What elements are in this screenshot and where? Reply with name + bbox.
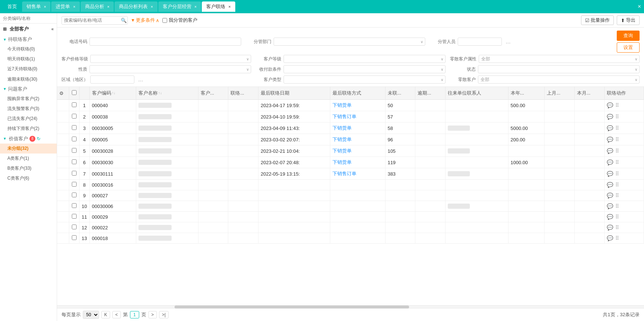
phone-action-icon[interactable]: 💬	[607, 114, 613, 120]
tab-sales[interactable]: 销售单 ×	[22, 1, 50, 12]
filter-status-select[interactable]	[478, 65, 640, 73]
horizontal-scrollbar[interactable]	[57, 305, 644, 308]
phone-action-icon[interactable]: 💬	[607, 159, 613, 165]
settings-icon[interactable]: ⚙	[59, 91, 64, 96]
sidebar-item-churn-warning[interactable]: 流失预警客户(3)	[0, 104, 57, 114]
phone-action-icon[interactable]: 💬	[607, 193, 613, 198]
more-action-icon[interactable]: ⠿	[615, 148, 619, 154]
more-action-icon[interactable]: ⠿	[615, 137, 619, 142]
sidebar-item-a-class[interactable]: A类客户(1)	[0, 154, 57, 163]
pending-group-header[interactable]: ▼ 待联络客户	[0, 35, 57, 44]
sidebar-item-declining[interactable]: 持续下滑客户(2)	[0, 124, 57, 134]
row-checkbox[interactable]	[72, 148, 77, 153]
more-action-icon[interactable]: ⠿	[615, 114, 619, 120]
filter-price-level-select[interactable]	[90, 55, 251, 63]
sidebar-item-ungroup[interactable]: 未分组(32)	[0, 144, 57, 154]
sidebar-item-b-class[interactable]: B类客户(33)	[0, 163, 57, 173]
more-conditions-button[interactable]: ▼ 更多条件 ∧	[131, 17, 159, 24]
value-group-header[interactable]: ▼ 价值客户 8 ↻	[0, 134, 57, 144]
scrollbar-thumb[interactable]	[175, 306, 409, 308]
tab-purchase-close[interactable]: ×	[73, 4, 75, 9]
sidebar-item-7day-pending[interactable]: 近7天待联络(0)	[0, 64, 57, 74]
phone-action-icon[interactable]: 💬	[607, 235, 613, 241]
code-sort[interactable]: 客户编码 ↑↓	[92, 90, 134, 96]
phone-action-icon[interactable]: 💬	[607, 214, 613, 220]
tab-sales-close[interactable]: ×	[44, 4, 46, 9]
sidebar-item-churned[interactable]: 已流失客户(24)	[0, 114, 57, 124]
more-action-icon[interactable]: ⠿	[615, 193, 619, 198]
row-checkbox[interactable]	[72, 203, 77, 208]
phone-action-icon[interactable]: 💬	[607, 125, 613, 131]
col-settings[interactable]: ⚙	[57, 87, 69, 100]
export-button[interactable]: ⬆ 导出	[617, 15, 640, 25]
last-method-link[interactable]: 下销售订单	[332, 114, 356, 119]
close-all-button[interactable]: ×	[638, 3, 641, 10]
tab-customer-tier-close[interactable]: ×	[194, 4, 197, 9]
page-size-select[interactable]: 50	[83, 311, 99, 319]
phone-action-icon[interactable]: 💬	[607, 171, 613, 177]
tab-customer-contact-close[interactable]: ×	[228, 4, 230, 9]
row-checkbox[interactable]	[72, 235, 77, 240]
tab-customer-contact[interactable]: 客户联络 ×	[202, 1, 235, 12]
row-checkbox[interactable]	[72, 114, 77, 119]
name-sort[interactable]: 客户名称 ↑↓	[138, 90, 196, 96]
filter-gender-select[interactable]	[89, 65, 251, 73]
row-checkbox[interactable]	[72, 171, 77, 176]
toolbar-search-input[interactable]	[64, 18, 119, 23]
select-all-checkbox[interactable]	[72, 90, 77, 95]
phone-action-icon[interactable]: 💬	[607, 148, 613, 154]
more-action-icon[interactable]: ⠿	[615, 182, 619, 188]
phone-action-icon[interactable]: 💬	[607, 137, 613, 142]
last-method-link[interactable]: 下销货单	[332, 125, 352, 131]
row-checkbox[interactable]	[72, 137, 77, 141]
filter-retail-customer-select[interactable]: 全部	[478, 75, 640, 84]
filter-dept-select[interactable]	[274, 38, 425, 46]
more-action-icon[interactable]: ⠿	[615, 225, 619, 230]
sidebar-item-today-pending[interactable]: 今天待联络(0)	[0, 44, 57, 54]
next-page-button[interactable]: >	[148, 311, 157, 318]
sidebar-collapse-icon[interactable]: «	[51, 27, 54, 32]
more-action-icon[interactable]: ⠿	[615, 125, 619, 131]
more-action-icon[interactable]: ⠿	[615, 102, 619, 108]
last-method-link[interactable]: 下销货单	[332, 137, 352, 142]
phone-action-icon[interactable]: 💬	[607, 225, 613, 230]
reset-button[interactable]: 设置	[617, 42, 640, 53]
toolbar-search-icon[interactable]: 🔍	[121, 18, 127, 23]
row-checkbox[interactable]	[72, 182, 77, 187]
filter-retail-attr-select[interactable]: 全部	[479, 55, 640, 63]
tab-customer-tier[interactable]: 客户分层经营 ×	[158, 1, 201, 12]
first-page-button[interactable]: K	[101, 311, 110, 318]
filter-phone-input[interactable]	[89, 38, 241, 46]
sidebar-item-c-class[interactable]: C类客户(6)	[0, 173, 57, 183]
query-button[interactable]: 查询	[617, 31, 640, 41]
phone-action-icon[interactable]: 💬	[607, 203, 613, 209]
sidebar-search-input[interactable]	[3, 16, 57, 21]
sidebar-item-overdue-pending[interactable]: 逾期未联络(30)	[0, 74, 57, 84]
tab-goods-list[interactable]: 商品分析列表 ×	[115, 1, 157, 12]
filter-staff-more-icon[interactable]: …	[504, 39, 512, 45]
row-checkbox[interactable]	[72, 159, 77, 164]
row-checkbox[interactable]	[72, 125, 77, 130]
last-page-button[interactable]: >|	[159, 311, 169, 318]
tab-home[interactable]: 首页	[3, 1, 21, 12]
tab-goods-analysis[interactable]: 商品分析 ×	[81, 1, 114, 12]
filter-region-input[interactable]	[90, 75, 134, 84]
phone-action-icon[interactable]: 💬	[607, 182, 613, 188]
more-action-icon[interactable]: ⠿	[615, 214, 619, 220]
tab-goods-list-close[interactable]: ×	[151, 4, 153, 9]
row-checkbox[interactable]	[72, 214, 77, 219]
filter-customer-level-select[interactable]	[284, 55, 445, 63]
more-action-icon[interactable]: ⠿	[615, 235, 619, 241]
more-action-icon[interactable]: ⠿	[615, 203, 619, 209]
row-checkbox[interactable]	[72, 225, 77, 229]
filter-customer-type-select[interactable]	[284, 75, 445, 84]
row-checkbox[interactable]	[72, 102, 77, 107]
problem-group-header[interactable]: ▼ 问题客户	[0, 84, 57, 94]
more-action-icon[interactable]: ⠿	[615, 171, 619, 177]
value-refresh-icon[interactable]: ↻	[37, 136, 41, 141]
last-method-link[interactable]: 下销货单	[332, 102, 352, 108]
all-customers-header[interactable]: ⊞ 全部客户 «	[0, 24, 57, 35]
filter-region-more-icon[interactable]: …	[137, 77, 145, 82]
last-method-link[interactable]: 下销货单	[332, 159, 352, 165]
filter-payment-select[interactable]	[284, 65, 445, 73]
